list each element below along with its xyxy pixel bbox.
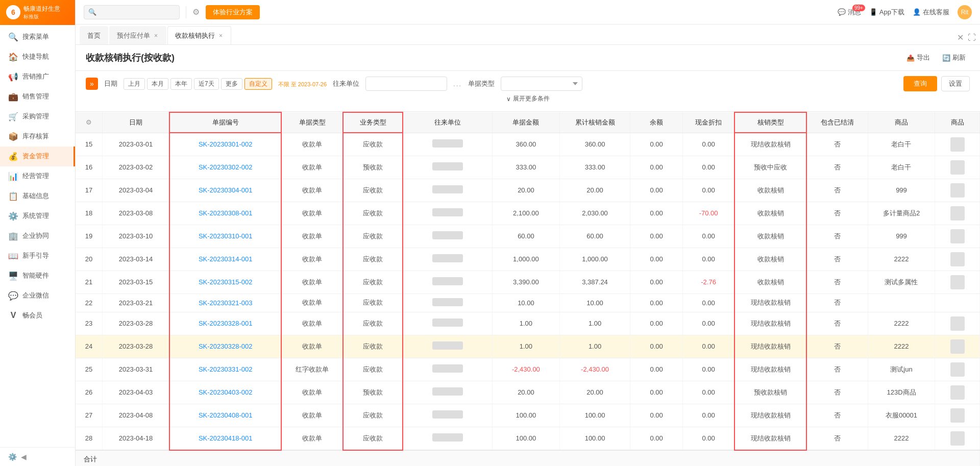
cell-partner	[403, 293, 492, 312]
sidebar-item-operation[interactable]: 📊 经营管理	[0, 166, 75, 186]
cell-doc-type: 收款单	[281, 293, 343, 312]
cell-accum: 60.00	[559, 225, 630, 248]
sidebar-item-inventory[interactable]: 📦 库存核算	[0, 127, 75, 146]
th-cancel-type[interactable]: 核销类型	[734, 112, 806, 133]
tab-home[interactable]: 首页	[80, 26, 108, 44]
th-include-settled[interactable]: 包含已结清	[806, 112, 868, 133]
partner-filter-input[interactable]	[365, 77, 447, 91]
sidebar-item-wechat[interactable]: 💬 企业微信	[0, 286, 75, 306]
cell-biz-type: 应收款	[343, 179, 403, 202]
cell-date: 2023-03-01	[103, 133, 169, 156]
sidebar-item-member[interactable]: V 畅会员	[0, 306, 75, 325]
sidebar-item-marketing[interactable]: 📢 营销推广	[0, 67, 75, 87]
settings-footer-icon[interactable]: ⚙️	[8, 453, 17, 461]
cell-doc-no[interactable]: SK-20230314-001	[169, 248, 281, 271]
th-amount[interactable]: 单据金额	[493, 112, 559, 133]
cell-doc-no[interactable]: SK-20230408-001	[169, 404, 281, 427]
sidebar-item-shortcut[interactable]: 🏠 快捷导航	[0, 47, 75, 67]
sidebar-item-system[interactable]: ⚙️ 系统管理	[0, 206, 75, 226]
cell-doc-no[interactable]: SK-20230418-001	[169, 427, 281, 450]
topbar-app-download[interactable]: 📱 App下载	[869, 8, 904, 17]
date-7days-btn[interactable]: 近7天	[194, 78, 219, 90]
cell-doc-no[interactable]: SK-20230331-002	[169, 358, 281, 381]
doc-type-select[interactable]	[501, 77, 582, 91]
date-more-btn[interactable]: 更多	[221, 78, 242, 90]
cell-biz-type: 应收款	[343, 202, 403, 225]
filter-toggle-button[interactable]: »	[86, 78, 98, 90]
sidebar-item-purchase[interactable]: 🛒 采购管理	[0, 107, 75, 127]
expand-conditions-button[interactable]: ∨ 展开更多条件	[86, 91, 970, 106]
collapse-icon[interactable]: ◀	[21, 453, 27, 461]
cell-amount: 3,390.00	[493, 271, 559, 293]
date-range-display: 不限 至 2023-07-26	[278, 80, 327, 88]
topbar-online-service[interactable]: 👤 在线客服	[913, 8, 949, 17]
cell-doc-no[interactable]: SK-20230308-001	[169, 202, 281, 225]
th-doc-type[interactable]: 单据类型	[281, 112, 343, 133]
sidebar-item-guide[interactable]: 📖 新手引导	[0, 246, 75, 266]
sidebar-item-corp[interactable]: 🏢 企业协同	[0, 226, 75, 246]
topbar-message[interactable]: 💬 消息 99+	[838, 8, 861, 17]
cell-doc-no[interactable]: SK-20230321-003	[169, 293, 281, 312]
sidebar-item-sales[interactable]: 💼 销售管理	[0, 87, 75, 107]
th-goods[interactable]: 商品	[868, 112, 935, 133]
cell-discount: 0.00	[682, 381, 734, 404]
cell-goods-img	[935, 225, 980, 248]
th-doc-no[interactable]: 单据编号	[169, 112, 281, 133]
cell-doc-no[interactable]: SK-20230328-002	[169, 335, 281, 358]
th-biz-type[interactable]: 业务类型	[343, 112, 403, 133]
tab-expand-icon[interactable]: ⛶	[968, 33, 976, 42]
cell-doc-no[interactable]: SK-20230310-001	[169, 225, 281, 248]
sidebar-item-finance[interactable]: 💰 资金管理	[0, 146, 75, 166]
cell-doc-no[interactable]: SK-20230301-002	[169, 133, 281, 156]
sidebar-item-hardware[interactable]: 🖥️ 智能硬件	[0, 266, 75, 286]
date-this-month-btn[interactable]: 本月	[147, 78, 168, 90]
filter-settings-button[interactable]: 设置	[941, 76, 970, 91]
table-row: 182023-03-08SK-20230308-001收款单应收款2,100.0…	[76, 202, 980, 225]
topbar: 🔍 ⚙ 体验行业方案 💬 消息 99+ 📱 App下载 👤 在线客服 Rit	[76, 0, 980, 24]
th-settings[interactable]: ⚙	[76, 112, 103, 133]
query-button[interactable]: 查询	[903, 76, 937, 91]
tab-prepay[interactable]: 预付应付单 ×	[109, 26, 166, 44]
cell-doc-no[interactable]: SK-20230315-002	[169, 271, 281, 293]
cell-doc-no[interactable]: SK-20230403-002	[169, 381, 281, 404]
th-balance[interactable]: 余额	[630, 112, 682, 133]
industry-solution-button[interactable]: 体验行业方案	[206, 5, 260, 19]
tab-close-all-icon[interactable]: ✕	[957, 33, 964, 42]
sidebar-item-search[interactable]: 🔍 搜索菜单	[0, 27, 75, 47]
topbar-search-box[interactable]: 🔍	[84, 5, 180, 19]
sidebar-item-basic[interactable]: 📋 基础信息	[0, 186, 75, 206]
tab-close-prepay[interactable]: ×	[153, 32, 159, 40]
cell-goods-img	[935, 179, 980, 202]
cell-biz-type: 应收款	[343, 312, 403, 335]
topbar-search-input[interactable]	[99, 9, 175, 16]
cell-partner	[403, 335, 492, 358]
topbar-gear-icon[interactable]: ⚙	[192, 7, 200, 17]
cell-amount: 20.00	[493, 381, 559, 404]
th-date[interactable]: 日期	[103, 112, 169, 133]
th-partner[interactable]: 往来单位	[403, 112, 492, 133]
user-avatar[interactable]: Rit	[958, 5, 972, 19]
tab-close-receipt-cancel[interactable]: ×	[218, 32, 224, 40]
date-this-year-btn[interactable]: 本年	[170, 78, 192, 90]
cell-partner	[403, 225, 492, 248]
refresh-button[interactable]: 🔄 刷新	[938, 51, 970, 64]
tab-receipt-cancel[interactable]: 收款核销执行 ×	[167, 26, 231, 44]
date-last-month-btn[interactable]: 上月	[124, 78, 145, 90]
cell-doc-no[interactable]: SK-20230328-001	[169, 312, 281, 335]
th-cash-discount[interactable]: 现金折扣	[682, 112, 734, 133]
cell-biz-type: 应收款	[343, 427, 403, 450]
cell-goods-img	[935, 335, 980, 358]
cell-goods-img	[935, 133, 980, 156]
export-button[interactable]: 📤 导出	[902, 51, 934, 64]
cell-balance: 0.00	[630, 179, 682, 202]
th-goods-img[interactable]: 商品	[935, 112, 980, 133]
date-custom-btn[interactable]: 自定义	[244, 78, 272, 90]
cell-accum: 20.00	[559, 179, 630, 202]
cell-date: 2023-03-04	[103, 179, 169, 202]
cell-doc-no[interactable]: SK-20230304-001	[169, 179, 281, 202]
filter-bar: » 日期 上月 本月 本年 近7天 更多 自定义 不限 至 2023-07-26…	[76, 71, 980, 112]
hardware-icon: 🖥️	[8, 271, 18, 281]
cell-seq: 23	[76, 312, 103, 335]
th-accum-cancel[interactable]: 累计核销金额	[559, 112, 630, 133]
cell-doc-no[interactable]: SK-20230302-002	[169, 156, 281, 179]
